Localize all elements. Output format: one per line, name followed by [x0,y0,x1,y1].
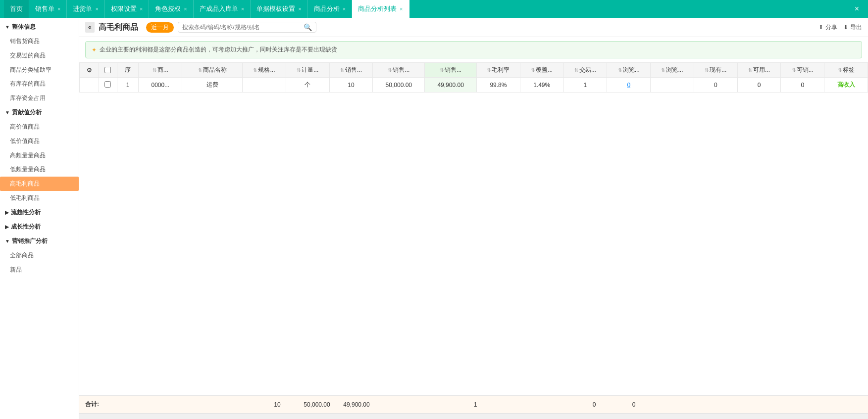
sidebar-item-high-freq[interactable]: 高频量量商品 [0,148,79,163]
col-header-sales-cost[interactable]: ⇅销售... [425,63,477,78]
section-financial-arrow: ▼ [5,110,10,115]
col-header-num: 序 [117,63,139,78]
col-header-sales-amt[interactable]: ⇅销售... [373,63,425,78]
nav-tab-permissions-close[interactable]: × [140,6,143,12]
sidebar-item-traded[interactable]: 交易过的商品 [0,48,79,63]
row-checkbox[interactable] [104,81,111,88]
cell-num: 1 [117,78,139,93]
info-icon: ✦ [92,47,97,53]
horizontal-scrollbar[interactable] [79,413,868,419]
sidebar-item-low-value[interactable]: 低价值商品 [0,134,79,148]
col-header-tag[interactable]: ⇅标签 [824,63,868,78]
col-header-sellable[interactable]: ⇅可销... [781,63,824,78]
content-area: « 高毛利商品 近一月 🔍 ⬆ 分享 ⬇ 导出 ✦ 企业的主要的利润都是这部 [79,18,868,419]
cell-name: 运费 [182,78,243,93]
col-header-browse1[interactable]: ⇅浏览... [607,63,651,78]
nav-tab-analysis-close[interactable]: × [343,6,346,12]
sort-icon-browse2: ⇅ [661,67,665,73]
content-header: « 高毛利商品 近一月 🔍 ⬆ 分享 ⬇ 导出 [79,18,868,37]
nav-tab-purchase[interactable]: 进货单 × [67,0,104,18]
nav-tab-sales-label: 销售单 [35,4,54,13]
col-header-sales-qty[interactable]: ⇅销售... [329,63,373,78]
sidebar-item-low-freq[interactable]: 低频量量商品 [0,162,79,177]
share-button[interactable]: ⬆ 分享 [818,23,837,32]
filter-recent-month-button[interactable]: 近一月 [146,22,174,33]
sidebar-item-capital[interactable]: 库存资金占用 [0,91,79,105]
sidebar-item-in-stock[interactable]: 有库存的商品 [0,77,79,91]
section-trend-arrow: ▶ [5,210,9,215]
cell-sales-qty: 10 [329,78,373,93]
sort-icon-code: ⇅ [153,67,156,73]
col-header-transactions[interactable]: ⇅交易... [563,63,607,78]
col-header-code[interactable]: ⇅商... [139,63,182,78]
nav-tab-home[interactable]: 首页 [4,0,29,18]
data-table-container: ⚙ 序 ⇅商... ⇅商品名称 [79,62,868,395]
sort-icon-margin-rate: ⇅ [487,67,491,73]
sidebar-section-growth[interactable]: ▶ 成长性分析 [0,220,79,234]
sidebar-section-trend[interactable]: ▶ 流趋性分析 [0,205,79,220]
col-header-unit[interactable]: ⇅计量... [286,63,329,78]
cell-tag: 高收入 [824,78,868,93]
cell-browse2 [651,78,694,93]
sidebar-item-selling[interactable]: 销售货商品 [0,34,79,48]
top-navigation: 首页 销售单 × 进货单 × 权限设置 × 角色授权 × 产成品入库单 × 单据… [0,0,868,18]
cell-sales-amt: 50,000.00 [373,78,425,93]
footer-margin-rate [376,401,416,408]
col-header-coverage[interactable]: ⇅覆盖... [520,63,563,78]
sidebar-item-all-products[interactable]: 全部商品 [0,248,79,263]
nav-tab-purchase-close[interactable]: × [95,6,98,12]
sidebar-section-financial[interactable]: ▼ 贡献值分析 [0,105,79,120]
cell-browse1[interactable]: 0 [607,78,651,93]
col-header-spec[interactable]: ⇅规格... [243,63,286,78]
cell-unit: 个 [286,78,329,93]
sidebar-section-overall[interactable]: ▼ 整体信息 [0,20,79,34]
cell-settings [80,78,99,93]
sidebar-item-high-margin[interactable]: 高毛利商品 [0,177,79,191]
table-header-row: ⚙ 序 ⇅商... ⇅商品名称 [80,63,868,78]
col-header-current[interactable]: ⇅现有... [694,63,737,78]
products-table: ⚙ 序 ⇅商... ⇅商品名称 [79,62,868,93]
cell-checkbox[interactable] [99,78,117,93]
nav-tab-analysis-list[interactable]: 商品分析列表 × [352,0,409,18]
window-close-button[interactable]: × [850,4,864,13]
nav-tab-templates[interactable]: 单据模板设置 × [251,0,307,18]
col-header-checkbox[interactable] [99,63,117,78]
col-header-browse2[interactable]: ⇅浏览... [651,63,694,78]
search-icon[interactable]: 🔍 [304,23,312,31]
sidebar-collapse-button[interactable]: « [85,22,95,33]
export-button[interactable]: ⬇ 导出 [843,23,862,32]
nav-tab-products-close[interactable]: × [241,6,244,12]
export-label: 导出 [850,23,862,32]
sidebar-item-low-margin[interactable]: 低毛利商品 [0,191,79,205]
sidebar-item-analysis-help[interactable]: 商品分类辅助率 [0,63,79,77]
select-all-checkbox[interactable] [104,67,111,73]
footer-current: 0 [574,401,614,408]
cell-current: 0 [694,78,737,93]
col-header-settings[interactable]: ⚙ [80,63,99,78]
sort-icon-sales-cost: ⇅ [440,67,444,73]
sidebar-section-marketing[interactable]: ▼ 营销推广分析 [0,234,79,248]
col-header-name[interactable]: ⇅商品名称 [182,63,243,78]
nav-tab-sales[interactable]: 销售单 × [29,0,67,18]
nav-tab-analysis-list-label: 商品分析列表 [358,4,397,13]
nav-tab-permissions[interactable]: 权限设置 × [105,0,149,18]
sort-icon-name: ⇅ [198,67,202,73]
col-header-available[interactable]: ⇅可用... [737,63,781,78]
footer-browse2 [535,401,574,408]
cell-coverage: 1.49% [520,78,563,93]
share-label: 分享 [825,23,837,32]
nav-tab-analysis-list-close[interactable]: × [400,6,403,12]
nav-tab-roles[interactable]: 角色授权 × [149,0,193,18]
nav-tab-analysis[interactable]: 商品分析 × [308,0,352,18]
nav-tab-sales-close[interactable]: × [57,6,60,12]
sidebar-item-new-products[interactable]: 新品 [0,263,79,277]
footer-coverage [416,401,456,408]
search-input[interactable] [182,24,304,31]
page-title: 高毛利商品 [99,22,138,33]
nav-tab-products[interactable]: 产成品入库单 × [194,0,251,18]
col-header-margin-rate[interactable]: ⇅毛利率 [477,63,520,78]
sidebar-item-high-value[interactable]: 高价值商品 [0,120,79,134]
nav-tab-roles-close[interactable]: × [184,6,187,12]
nav-tab-templates-close[interactable]: × [298,6,301,12]
sort-icon-available: ⇅ [748,67,752,73]
